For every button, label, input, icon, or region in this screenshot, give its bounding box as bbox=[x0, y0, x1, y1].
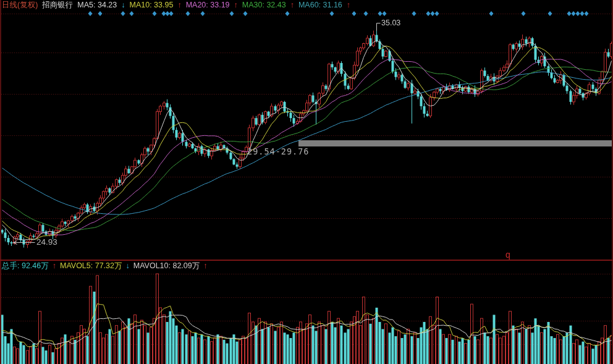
ma5-readout: MA5: 34.23 bbox=[77, 1, 117, 10]
window-left-border bbox=[0, 0, 1, 364]
ma60-trend-arrow-icon: ↑ bbox=[347, 1, 350, 10]
ma20-readout: MA20: 33.19 bbox=[186, 1, 230, 10]
q-event-marker: q bbox=[505, 250, 510, 260]
price-volume-chart-canvas[interactable] bbox=[0, 0, 613, 364]
high-price-annotation: 35.03 bbox=[381, 19, 400, 27]
volume-pane-header: 总手: 92.46万 ↑ MAVOL5: 77.32万 ↓ MAVOL10: 8… bbox=[2, 261, 207, 271]
gap-range-label: 29.54-29.76 bbox=[247, 146, 309, 156]
volume-trend-arrow-icon: ↑ bbox=[53, 261, 56, 271]
period-label[interactable]: 日线(复权) bbox=[2, 1, 38, 10]
main-chart-header: 日线(复权) 招商银行 MA5: 34.23 ↓ MA10: 33.95 ↑ M… bbox=[2, 1, 350, 10]
stock-chart-window: 日线(复权) 招商银行 MA5: 34.23 ↓ MA10: 33.95 ↑ M… bbox=[0, 0, 613, 364]
mavol10-trend-arrow-icon: ↑ bbox=[203, 261, 207, 271]
mavol10-readout: MAVOL10: 82.09万 bbox=[133, 261, 200, 271]
ma60-readout: MA60: 31.16 bbox=[298, 1, 342, 10]
ma30-trend-arrow-icon: ↑ bbox=[290, 1, 294, 10]
ma20-trend-arrow-icon: ↑ bbox=[234, 1, 238, 10]
total-volume-readout: 总手: 92.46万 bbox=[2, 261, 49, 271]
pane-divider-line bbox=[0, 260, 613, 261]
ma10-readout: MA10: 33.95 bbox=[130, 1, 174, 10]
ma5-trend-arrow-icon: ↓ bbox=[121, 1, 125, 10]
ma30-readout: MA30: 32.43 bbox=[242, 1, 286, 10]
mavol5-trend-arrow-icon: ↓ bbox=[126, 261, 130, 271]
mavol5-readout: MAVOL5: 77.32万 bbox=[60, 261, 122, 271]
low-price-annotation: 24.93 bbox=[36, 237, 57, 247]
stock-name[interactable]: 招商银行 bbox=[42, 1, 73, 10]
ma10-trend-arrow-icon: ↑ bbox=[177, 1, 181, 10]
